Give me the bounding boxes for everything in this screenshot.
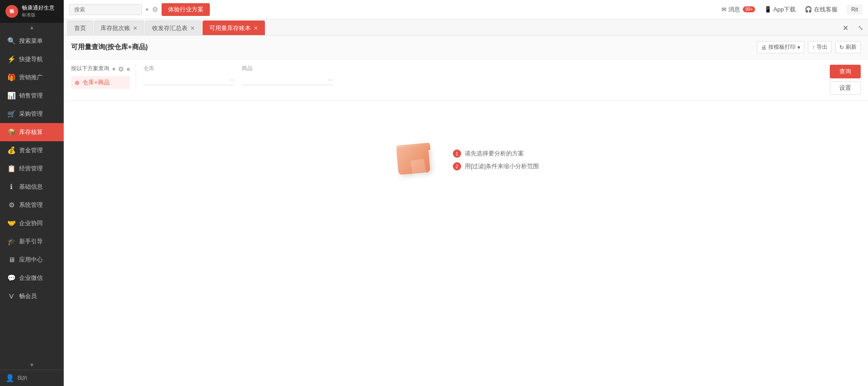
- sidebar-icon-9: ⚙: [7, 201, 15, 209]
- filter-actions: 查询 设置: [830, 65, 861, 95]
- sidebar-item-营销推广[interactable]: 🎁 营销推广: [0, 68, 64, 87]
- goods-more-icon[interactable]: ···: [328, 77, 333, 83]
- user-label: Rit: [851, 6, 858, 13]
- page-header-actions: 🖨 按模板打印 ▾ ↑ 导出 ↻ 刷新: [757, 41, 861, 53]
- topbar-gear-icon[interactable]: ⚙: [152, 5, 158, 14]
- sidebar-item-资金管理[interactable]: 💰 资金管理: [0, 141, 64, 160]
- sidebar-label-10: 企业协同: [19, 219, 43, 227]
- export-label: 导出: [817, 43, 827, 51]
- tab-close-1[interactable]: ✕: [133, 25, 137, 31]
- sidebar-item-经营管理[interactable]: 📋 经营管理: [0, 160, 64, 178]
- query-button[interactable]: 查询: [830, 65, 861, 78]
- sidebar-scroll-down[interactable]: ▼: [0, 360, 64, 370]
- sidebar-item-采购管理[interactable]: 🛒 采购管理: [0, 105, 64, 123]
- goods-label: 商品: [242, 65, 333, 72]
- sidebar-icon-10: 🤝: [7, 219, 15, 227]
- collapse-scheme-button[interactable]: «: [127, 65, 130, 72]
- sidebar-bottom-label: 我的: [17, 375, 27, 381]
- app-download-label: App下载: [773, 5, 796, 14]
- sidebar-icon-7: 📋: [7, 165, 15, 173]
- sidebar-label-7: 经营管理: [19, 165, 43, 173]
- filter-area: 按以下方案查询 + ⊙ « ⊕ 仓库+商品 仓库 ···: [64, 59, 868, 101]
- sidebar-nav: 🔍 搜索菜单 ⚡ 快捷导航 🎁 营销推广 📊 销售管理 🛒 采购管理 📦 库存核…: [0, 32, 64, 360]
- message-label: 消息: [728, 5, 740, 14]
- tip-1-text: 请先选择要分析的方案: [465, 149, 524, 158]
- trial-button[interactable]: 体验行业方案: [162, 3, 210, 16]
- sidebar-label-4: 采购管理: [19, 110, 43, 118]
- tab-close-all-button[interactable]: ✕: [838, 21, 853, 35]
- tab-close-3[interactable]: ✕: [254, 25, 258, 31]
- sidebar-label-14: 畅会员: [19, 292, 37, 300]
- tab-2[interactable]: 收发存汇总表✕: [145, 21, 202, 35]
- messages-button[interactable]: ✉ 消息 99+: [721, 5, 755, 14]
- search-chevron-icon[interactable]: ▾: [146, 6, 148, 13]
- scheme-item-icon: ⊕: [75, 79, 80, 86]
- sidebar-icon-8: ℹ: [7, 183, 15, 191]
- sidebar-label-8: 基础信息: [19, 183, 43, 191]
- sidebar-item-企业微信[interactable]: 💬 企业微信: [0, 269, 64, 287]
- empty-state: 1 请先选择要分析的方案 2 用[过滤]条件来缩小分析范围: [64, 101, 868, 219]
- tip-1-num: 1: [453, 149, 461, 158]
- tab-1[interactable]: 库存批次账✕: [94, 21, 144, 35]
- tab-bar: 首页库存批次账✕收发存汇总表✕可用量库存账本✕ ✕ ⤡: [64, 19, 868, 36]
- tab-3[interactable]: 可用量库存账本✕: [203, 21, 265, 35]
- print-icon: 🖨: [761, 44, 766, 51]
- sidebar-label-5: 库存核算: [19, 128, 43, 136]
- sidebar-scroll-up[interactable]: ▲: [0, 23, 64, 32]
- user-avatar-icon: 👤: [5, 374, 15, 382]
- print-label: 按模板打印: [768, 43, 796, 51]
- tab-label-3: 可用量库存账本: [209, 24, 251, 32]
- sidebar-item-库存核算[interactable]: 📦 库存核算: [0, 123, 64, 141]
- goods-input[interactable]: [242, 76, 326, 83]
- sidebar-item-搜索菜单[interactable]: 🔍 搜索菜单: [0, 32, 64, 50]
- tab-label-1: 库存批次账: [101, 24, 130, 32]
- settings-scheme-button[interactable]: ⊙: [118, 65, 124, 72]
- sidebar-icon-3: 📊: [7, 92, 15, 100]
- user-menu-button[interactable]: Rit: [847, 5, 863, 15]
- scheme-item-label: 仓库+商品: [82, 78, 110, 87]
- tip-2-num: 2: [453, 162, 461, 170]
- sidebar-label-11: 新手引导: [19, 237, 43, 246]
- sidebar-item-畅会员[interactable]: V 畅会员: [0, 287, 64, 305]
- sidebar-label-2: 营销推广: [19, 73, 43, 82]
- app-edition: 标准版: [22, 12, 55, 18]
- print-button[interactable]: 🖨 按模板打印 ▾: [757, 41, 804, 53]
- sidebar-label-12: 应用中心: [19, 256, 43, 264]
- sidebar-icon-1: ⚡: [7, 55, 15, 63]
- warehouse-input[interactable]: [143, 76, 228, 83]
- sidebar-label-6: 资金管理: [19, 146, 43, 154]
- tab-expand-button[interactable]: ⤡: [853, 21, 868, 35]
- tab-close-2[interactable]: ✕: [190, 25, 195, 31]
- sidebar-item-企业协同[interactable]: 🤝 企业协同: [0, 214, 64, 232]
- add-scheme-button[interactable]: +: [112, 65, 116, 72]
- service-icon: 🎧: [805, 6, 812, 13]
- sidebar-item-系统管理[interactable]: ⚙ 系统管理: [0, 196, 64, 214]
- sidebar-item-基础信息[interactable]: ℹ 基础信息: [0, 178, 64, 196]
- sidebar-item-快捷导航[interactable]: ⚡ 快捷导航: [0, 50, 64, 68]
- sidebar-label-0: 搜索菜单: [19, 37, 43, 45]
- service-label: 在线客服: [814, 5, 838, 14]
- scheme-item-warehouse-goods[interactable]: ⊕ 仓库+商品: [71, 76, 130, 89]
- tip-1: 1 请先选择要分析的方案: [453, 149, 539, 158]
- message-badge: 99+: [743, 6, 755, 12]
- sidebar-label-13: 企业微信: [19, 274, 43, 282]
- export-button[interactable]: ↑ 导出: [808, 41, 832, 53]
- search-input[interactable]: [69, 4, 142, 15]
- sidebar-icon-5: 📦: [7, 128, 15, 136]
- sidebar-item-新手引导[interactable]: 🎓 新手引导: [0, 232, 64, 251]
- online-service-button[interactable]: 🎧 在线客服: [805, 5, 838, 14]
- empty-illustration: [393, 137, 438, 183]
- sidebar-item-应用中心[interactable]: 🖥 应用中心: [0, 251, 64, 269]
- filter-settings-button[interactable]: 设置: [830, 81, 861, 95]
- filter-scheme-panel: 按以下方案查询 + ⊙ « ⊕ 仓库+商品: [71, 65, 136, 89]
- sidebar-item-销售管理[interactable]: 📊 销售管理: [0, 87, 64, 105]
- tab-0[interactable]: 首页: [67, 21, 93, 35]
- filter-fields: 仓库 ··· 商品 ···: [143, 65, 830, 85]
- sidebar-icon-4: 🛒: [7, 110, 15, 118]
- refresh-icon: ↻: [839, 44, 844, 51]
- refresh-button[interactable]: ↻ 刷新: [835, 41, 861, 53]
- warehouse-more-icon[interactable]: ···: [230, 77, 234, 83]
- sidebar-bottom: 👤 我的: [0, 370, 64, 386]
- sidebar-icon-0: 🔍: [7, 37, 15, 45]
- app-download-button[interactable]: 📱 App下载: [764, 5, 796, 14]
